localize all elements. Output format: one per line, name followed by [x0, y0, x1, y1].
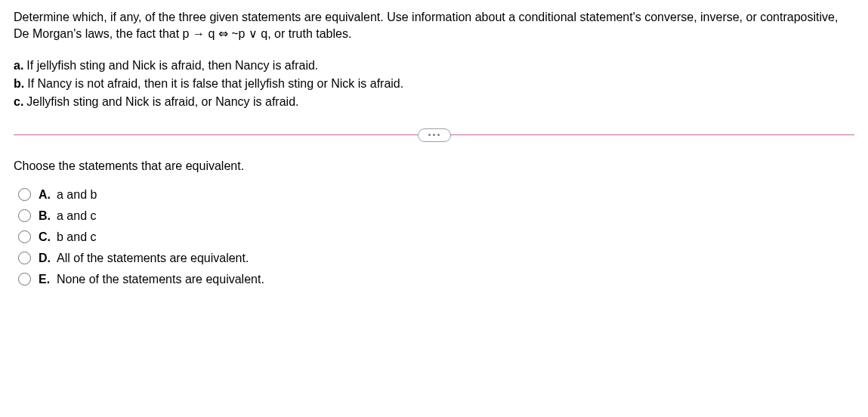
dot-icon	[437, 134, 440, 136]
option-d[interactable]: D. All of the statements are equivalent.	[18, 252, 854, 265]
statement-letter: b.	[14, 75, 24, 93]
option-letter: D.	[39, 252, 57, 265]
option-text: All of the statements are equivalent.	[57, 252, 249, 265]
radio-button[interactable]	[18, 209, 31, 222]
dot-icon	[428, 134, 431, 136]
option-letter: C.	[39, 230, 57, 244]
radio-button[interactable]	[18, 252, 31, 264]
question-intro: Determine which, if any, of the three gi…	[14, 9, 854, 43]
option-text: a and c	[57, 209, 96, 223]
statement-a: a. If jellyfish sting and Nick is afraid…	[14, 57, 854, 75]
section-divider	[14, 126, 854, 144]
options-list: A. a and b B. a and c C. b and c D. All …	[14, 188, 854, 286]
option-text: a and b	[57, 188, 97, 202]
option-text: None of the statements are equivalent.	[57, 273, 264, 286]
option-letter: E.	[39, 273, 57, 286]
option-b[interactable]: B. a and c	[18, 209, 854, 223]
dot-icon	[433, 134, 435, 136]
radio-button[interactable]	[18, 230, 31, 243]
radio-button[interactable]	[18, 188, 31, 201]
option-e[interactable]: E. None of the statements are equivalent…	[18, 273, 854, 286]
statement-text: If jellyfish sting and Nick is afraid, t…	[26, 57, 318, 75]
radio-button[interactable]	[18, 273, 31, 286]
option-c[interactable]: C. b and c	[18, 230, 854, 244]
statements-list: a. If jellyfish sting and Nick is afraid…	[14, 57, 854, 111]
statement-text: If Nancy is not afraid, then it is false…	[27, 75, 403, 93]
option-a[interactable]: A. a and b	[18, 188, 854, 202]
statement-letter: c.	[14, 93, 23, 111]
expand-toggle-button[interactable]	[418, 128, 451, 142]
option-letter: B.	[39, 209, 57, 223]
option-letter: A.	[39, 188, 57, 202]
statement-b: b. If Nancy is not afraid, then it is fa…	[14, 75, 854, 93]
statement-text: Jellyfish sting and Nick is afraid, or N…	[26, 93, 298, 111]
statement-letter: a.	[14, 57, 23, 75]
answer-prompt: Choose the statements that are equivalen…	[14, 159, 854, 173]
option-text: b and c	[57, 230, 96, 244]
statement-c: c. Jellyfish sting and Nick is afraid, o…	[14, 93, 854, 111]
